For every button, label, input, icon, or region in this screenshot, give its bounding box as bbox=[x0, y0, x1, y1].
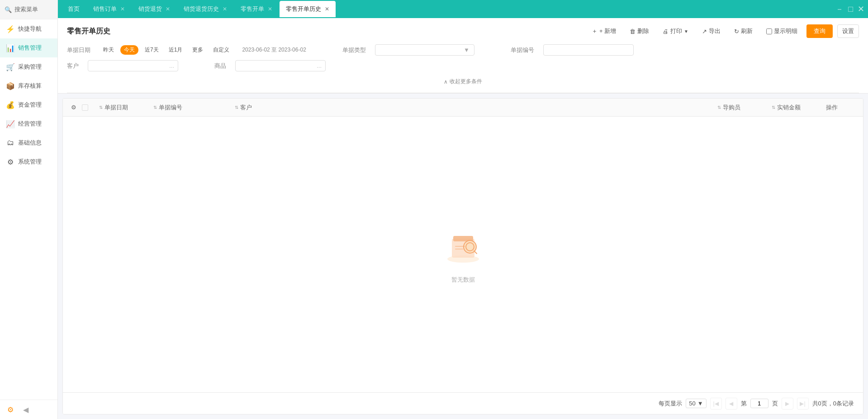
sidebar-item-purchase-mgmt[interactable]: 🛒 采购管理 bbox=[0, 57, 57, 76]
goods-select[interactable]: ... bbox=[235, 60, 326, 71]
sidebar-item-label: 系统管理 bbox=[18, 158, 42, 166]
sidebar-item-basic-info[interactable]: 🗂 基础信息 bbox=[0, 133, 57, 152]
table-header: ⚙ ⇅ 单据日期 ⇅ 单据编号 ⇅ 客户 ⇅ bbox=[63, 99, 863, 117]
tab-retail-open-close[interactable]: ✕ bbox=[268, 6, 272, 12]
date-yesterday[interactable]: 昨天 bbox=[100, 45, 118, 55]
col-header-guide[interactable]: ⇅ 导购员 bbox=[714, 104, 768, 112]
date-last1month[interactable]: 近1月 bbox=[165, 45, 186, 55]
delete-button[interactable]: 🗑 删除 bbox=[625, 25, 654, 38]
inventory-icon: 📦 bbox=[6, 82, 14, 90]
prev-page-btn[interactable]: ◀ bbox=[726, 398, 737, 410]
sort-up-icon: ⇅ bbox=[99, 105, 103, 110]
page-header: 零售开单历史 ＋ + 新增 🗑 删除 🖨 打印 ▼ bbox=[58, 18, 868, 94]
sort-icon-bill: ⇅ bbox=[153, 105, 157, 110]
tab-sales-return[interactable]: 销货退货 ✕ bbox=[132, 1, 176, 17]
basic-info-icon: 🗂 bbox=[6, 139, 14, 147]
export-icon: ↗ bbox=[702, 28, 707, 35]
collapse-sidebar-icon[interactable]: ◀ bbox=[22, 405, 30, 414]
finance-icon: 💰 bbox=[6, 101, 14, 109]
window-close-icon[interactable]: ✕ bbox=[858, 4, 864, 14]
per-page-select[interactable]: 50 ▼ bbox=[686, 399, 706, 408]
sidebar: 🔍 搜索菜单 ⚡ 快捷导航 📊 销售管理 🛒 采购管理 📦 库存核算 💰 资金管… bbox=[0, 0, 58, 419]
sidebar-item-inventory[interactable]: 📦 库存核算 bbox=[0, 76, 57, 95]
sidebar-item-operations[interactable]: 📈 经营管理 bbox=[0, 114, 57, 133]
sidebar-item-quick-nav[interactable]: ⚡ 快捷导航 bbox=[0, 19, 57, 38]
bill-no-input[interactable] bbox=[543, 44, 634, 56]
sidebar-item-finance[interactable]: 💰 资金管理 bbox=[0, 95, 57, 114]
operations-icon: 📈 bbox=[6, 120, 14, 128]
select-all-checkbox[interactable] bbox=[82, 104, 95, 111]
filter-row-1: 单据日期 昨天 今天 近7天 近1月 更多 自定义 2023-06-02 至 2… bbox=[67, 44, 859, 56]
purchase-icon: 🛒 bbox=[6, 63, 14, 71]
empty-state: 暂无数据 bbox=[441, 225, 486, 284]
col-header-client[interactable]: ⇅ 客户 bbox=[231, 104, 714, 112]
date-options: 昨天 今天 近7天 近1月 更多 自定义 bbox=[100, 45, 233, 55]
page-number-input[interactable] bbox=[750, 399, 768, 408]
date-today[interactable]: 今天 bbox=[120, 45, 138, 55]
svg-rect-7 bbox=[455, 249, 463, 250]
date-last7[interactable]: 近7天 bbox=[141, 45, 162, 55]
client-select[interactable]: ... bbox=[88, 60, 178, 71]
next-page-btn[interactable]: ▶ bbox=[782, 398, 793, 410]
sidebar-item-label: 销售管理 bbox=[18, 44, 42, 52]
sidebar-item-sales-mgmt[interactable]: 📊 销售管理 bbox=[0, 38, 57, 57]
date-range-display: 2023-06-02 至 2023-06-02 bbox=[242, 46, 306, 54]
client-dots-icon[interactable]: ... bbox=[169, 62, 174, 69]
settings-icon[interactable]: ⚙ bbox=[6, 405, 14, 414]
print-button[interactable]: 🖨 打印 ▼ bbox=[658, 25, 693, 38]
print-icon: 🖨 bbox=[663, 28, 669, 35]
main-content: 首页 销售订单 ✕ 销货退货 ✕ 销货退货历史 ✕ 零售开单 ✕ 零售开单历史 … bbox=[58, 0, 868, 419]
first-page-btn[interactable]: |◀ bbox=[710, 398, 722, 410]
collapse-up-icon: ∧ bbox=[444, 79, 448, 85]
tab-retail-open-label: 零售开单 bbox=[241, 5, 264, 13]
window-maximize-icon[interactable]: □ bbox=[848, 5, 853, 14]
tab-retail-history[interactable]: 零售开单历史 ✕ bbox=[280, 1, 336, 17]
last-page-btn[interactable]: ▶| bbox=[797, 398, 809, 410]
tab-retail-history-close[interactable]: ✕ bbox=[325, 6, 329, 12]
delete-icon: 🗑 bbox=[630, 28, 636, 35]
per-page-label: 每页显示 bbox=[659, 400, 682, 408]
tab-sales-return-close[interactable]: ✕ bbox=[166, 6, 170, 12]
sort-icon-amount: ⇅ bbox=[772, 105, 775, 110]
tab-home-label: 首页 bbox=[68, 5, 80, 13]
col-header-bill-no[interactable]: ⇅ 单据编号 bbox=[150, 104, 231, 112]
query-button[interactable]: 查询 bbox=[806, 24, 833, 38]
column-settings-icon: ⚙ bbox=[71, 104, 76, 111]
collapse-filters-btn[interactable]: ∧ 收起更多条件 bbox=[67, 76, 859, 87]
tab-sales-return-history-label: 销货退货历史 bbox=[184, 5, 219, 13]
tab-retail-open[interactable]: 零售开单 ✕ bbox=[234, 1, 279, 17]
window-minimize-icon[interactable]: － bbox=[835, 4, 844, 14]
sidebar-footer: ⚙ ◀ bbox=[0, 400, 57, 419]
sales-icon: 📊 bbox=[6, 44, 14, 52]
bill-no-label: 单据编号 bbox=[511, 46, 534, 54]
goods-label: 商品 bbox=[214, 62, 226, 70]
checkbox-all[interactable] bbox=[82, 104, 88, 111]
sidebar-item-label: 采购管理 bbox=[18, 63, 42, 71]
tab-sales-return-history-close[interactable]: ✕ bbox=[223, 6, 227, 12]
bill-type-select[interactable]: ▼ bbox=[375, 44, 474, 56]
date-custom[interactable]: 自定义 bbox=[209, 45, 233, 55]
sidebar-item-label: 基础信息 bbox=[18, 139, 42, 147]
tab-sales-order-close[interactable]: ✕ bbox=[120, 6, 125, 12]
export-button[interactable]: ↗ 导出 bbox=[697, 25, 725, 38]
tab-sales-order[interactable]: 销售订单 ✕ bbox=[87, 1, 131, 17]
column-settings-btn[interactable]: ⚙ bbox=[67, 104, 82, 111]
data-table: ⚙ ⇅ 单据日期 ⇅ 单据编号 ⇅ 客户 ⇅ bbox=[62, 98, 863, 414]
show-detail-checkbox[interactable]: 显示明细 bbox=[762, 25, 802, 38]
refresh-button[interactable]: ↻ 刷新 bbox=[730, 25, 757, 38]
tab-sales-order-label: 销售订单 bbox=[93, 5, 117, 13]
tab-sales-return-history[interactable]: 销货退货历史 ✕ bbox=[177, 1, 233, 17]
tab-home[interactable]: 首页 bbox=[62, 1, 86, 17]
sidebar-item-sys-mgmt[interactable]: ⚙ 系统管理 bbox=[0, 152, 57, 171]
page-suffix: 页 bbox=[772, 400, 778, 408]
tab-bar: 首页 销售订单 ✕ 销货退货 ✕ 销货退货历史 ✕ 零售开单 ✕ 零售开单历史 … bbox=[58, 0, 868, 18]
settings-button[interactable]: 设置 bbox=[837, 24, 859, 38]
col-header-date[interactable]: ⇅ 单据日期 bbox=[95, 104, 150, 112]
detail-checkbox[interactable] bbox=[766, 28, 772, 34]
col-header-amount[interactable]: ⇅ 实销金额 bbox=[768, 104, 822, 112]
goods-dots-icon[interactable]: ... bbox=[317, 62, 322, 69]
add-button[interactable]: ＋ + 新增 bbox=[587, 25, 621, 38]
sidebar-search-label: 搜索菜单 bbox=[14, 5, 38, 14]
sidebar-search[interactable]: 🔍 搜索菜单 bbox=[0, 0, 57, 19]
date-more[interactable]: 更多 bbox=[189, 45, 207, 55]
